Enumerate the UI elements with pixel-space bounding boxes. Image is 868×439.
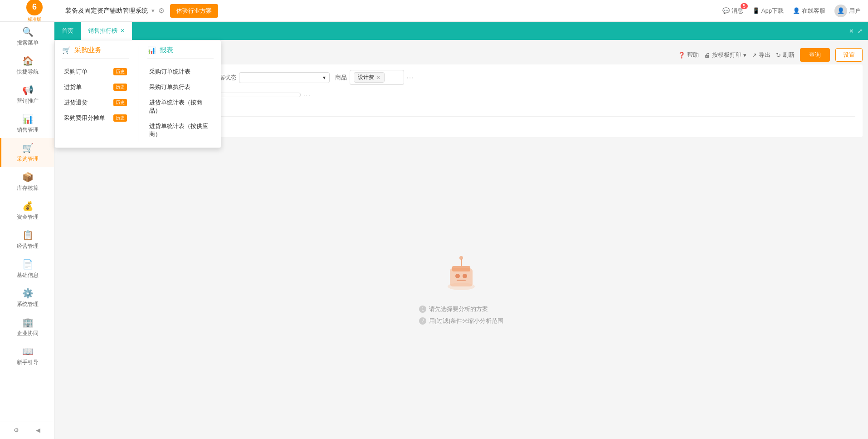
finance-icon: 💰: [22, 201, 34, 212]
tab-home-label: 首页: [62, 27, 73, 35]
service-item[interactable]: 👤 在线客服: [793, 7, 825, 15]
sidebar-item-enterprise[interactable]: 🏢 企业协同: [0, 312, 54, 341]
sidebar-item-guide[interactable]: 📖 新手引导: [0, 341, 54, 370]
goods-more-dots[interactable]: ···: [407, 74, 414, 81]
sidebar-settings-icon[interactable]: ⚙: [14, 427, 19, 434]
sidebar-label-purchase: 采购管理: [17, 155, 39, 163]
tab-sales-ranking[interactable]: 销售排行榜 ✕: [81, 22, 132, 40]
empty-state: 1 请先选择要分析的方案 2 用[过滤]条件来缩小分析范围: [60, 141, 863, 438]
dropdown-purchase-return-label: 进货退货: [64, 99, 88, 107]
history-badge-1: 历史: [113, 84, 127, 91]
dropdown-purchase-return[interactable]: 进货退货 历史: [62, 95, 129, 110]
sidebar-item-basic[interactable]: 📄 基础信息: [0, 254, 54, 283]
dropdown-report-1-label: 采购订单统计表: [149, 68, 190, 76]
logo-text: 标准版: [28, 16, 41, 23]
system-dropdown-icon[interactable]: ▾: [151, 7, 155, 14]
dropdown-report-1[interactable]: 采购订单统计表: [147, 64, 214, 79]
refresh-button[interactable]: ↻ 刷新: [776, 51, 795, 59]
dropdown-report-2[interactable]: 采购订单执行表: [147, 79, 214, 95]
tab-window-controls: ✕ ⤢: [849, 28, 868, 35]
system-icon: ⚙️: [22, 288, 34, 299]
refresh-icon: ↻: [776, 52, 781, 59]
search-icon: 🔍: [22, 26, 34, 37]
user-item[interactable]: 👤 用户: [834, 5, 861, 17]
logo-area: 6 标准版: [7, 0, 62, 23]
sidebar-collapse-icon[interactable]: ◀: [36, 427, 40, 434]
marketing-icon: 📢: [22, 84, 34, 95]
purchase-business-col: 🛒 采购业务 采购订单 历史 进货单 历史 进货退货 历史 采购费用分摊单 历史: [55, 46, 136, 142]
dropdown-purchase-order[interactable]: 采购订单 历史: [62, 64, 129, 79]
sidebar-item-quick[interactable]: 🏠 快捷导航: [0, 51, 54, 80]
sidebar-item-inventory[interactable]: 📦 库存核算: [0, 167, 54, 196]
operation-icon: 📋: [22, 230, 34, 241]
dropdown-purchase-inbound[interactable]: 进货单 历史: [62, 79, 129, 95]
refresh-label: 刷新: [783, 51, 795, 59]
system-gear-icon[interactable]: ⚙: [158, 6, 165, 15]
tab-close-icon[interactable]: ✕: [120, 28, 125, 34]
service-icon: 👤: [793, 7, 800, 14]
goods-input[interactable]: 设计费 ✕: [350, 70, 404, 85]
export-button[interactable]: ↗ 导出: [752, 51, 770, 59]
user-label: 用户: [849, 7, 861, 15]
print-icon: 🖨: [704, 52, 710, 59]
header-right: 💬 消息 5 📱 App下载 👤 在线客服 👤 用户: [722, 5, 861, 17]
dropdown-report-4[interactable]: 进货单统计表（按供应商）: [147, 118, 214, 142]
svg-point-4: [463, 274, 467, 278]
settings-button[interactable]: 设置: [835, 48, 863, 62]
reports-col-title-text: 报表: [160, 46, 173, 54]
help-button[interactable]: ❓ 帮助: [678, 51, 699, 59]
query-button[interactable]: 查询: [800, 48, 830, 62]
sidebar-item-sales[interactable]: 📊 销售管理: [0, 109, 54, 138]
tab-maximize-icon[interactable]: ⤢: [858, 28, 863, 35]
enterprise-icon: 🏢: [22, 317, 34, 328]
tab-sales-ranking-label: 销售排行榜: [88, 27, 117, 35]
print-button[interactable]: 🖨 按模板打印 ▾: [704, 51, 746, 59]
salesperson-input[interactable]: [210, 93, 301, 97]
sidebar-label-quick: 快捷导航: [17, 68, 39, 76]
doc-status-select[interactable]: ▾: [239, 72, 330, 83]
basic-icon: 📄: [22, 259, 34, 270]
sidebar-label-enterprise: 企业协同: [17, 330, 39, 337]
sidebar-item-system[interactable]: ⚙️ 系统管理: [0, 283, 54, 312]
sidebar-item-finance[interactable]: 💰 资金管理: [0, 196, 54, 225]
goods-tag-close[interactable]: ✕: [376, 74, 380, 81]
goods-tag: 设计费 ✕: [354, 72, 385, 83]
purchase-business-title: 🛒 采购业务: [62, 46, 129, 59]
tab-home[interactable]: 首页: [54, 22, 81, 40]
industry-button[interactable]: 体验行业方案: [170, 4, 218, 18]
sidebar-bottom: ⚙ ◀: [0, 421, 54, 439]
system-title-area: 装备及固定资产辅助管理系统 ▾ ⚙: [65, 6, 165, 15]
purchase-icon: 🛒: [22, 143, 34, 153]
empty-illustration: [439, 252, 484, 298]
sidebar-label-operation: 经营管理: [17, 242, 39, 250]
help-icon: ❓: [678, 52, 685, 59]
export-icon: ↗: [752, 52, 757, 59]
svg-point-3: [455, 274, 460, 278]
sidebar-label-marketing: 营销推广: [17, 97, 39, 105]
goods-tag-text: 设计费: [358, 74, 374, 81]
tip-num-1: 1: [419, 306, 426, 313]
dropdown-purchase-inbound-label: 进货单: [64, 83, 82, 91]
message-item[interactable]: 💬 消息 5: [722, 7, 743, 15]
sidebar-label-search: 搜索菜单: [17, 39, 39, 47]
salesperson-more-dots[interactable]: ···: [303, 91, 311, 98]
app-download-item[interactable]: 📱 App下载: [752, 7, 784, 15]
reports-col-icon: 📊: [147, 46, 156, 54]
goods-item: 商品 设计费 ✕ ···: [335, 70, 414, 85]
tip-text-2: 用[过滤]条件来缩小分析范围: [429, 315, 503, 327]
goods-label: 商品: [335, 74, 347, 82]
dropdown-report-3[interactable]: 进货单统计表（按商品）: [147, 95, 214, 118]
sidebar-item-purchase[interactable]: 🛒 采购管理: [0, 138, 54, 167]
sidebar: 🔍 搜索菜单 🏠 快捷导航 📢 营销推广 📊 销售管理 🛒 采购管理 📦 库存核…: [0, 22, 54, 439]
dropdown-purchase-cost-label: 采购费用分摊单: [64, 114, 105, 122]
phone-icon: 📱: [752, 7, 760, 14]
sales-icon: 📊: [22, 113, 34, 124]
sidebar-item-operation[interactable]: 📋 经营管理: [0, 225, 54, 254]
dropdown-purchase-cost[interactable]: 采购费用分摊单 历史: [62, 110, 129, 126]
print-label: 按模板打印: [712, 51, 741, 59]
sidebar-item-search[interactable]: 🔍 搜索菜单: [0, 22, 54, 51]
tab-close-window-icon[interactable]: ✕: [849, 28, 854, 35]
sidebar-label-inventory: 库存核算: [17, 184, 39, 192]
sidebar-item-marketing[interactable]: 📢 营销推广: [0, 80, 54, 109]
sidebar-label-guide: 新手引导: [17, 359, 39, 366]
